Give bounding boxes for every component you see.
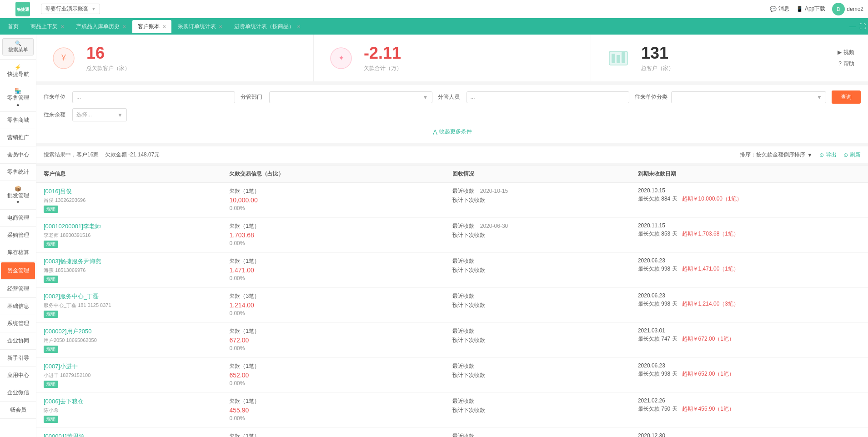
help-btn[interactable]: ? 帮助 (838, 60, 854, 68)
debt-amount-5[interactable]: 652.00 (229, 372, 452, 379)
balance-input[interactable]: 选择... ▼ (72, 108, 127, 121)
date-info-7: 2020.12.30 最长欠款 808 天 超期￥429.00（1笔） (638, 432, 861, 437)
customer-info-6: [0006]去下粮仓 陈小希 现销 (44, 397, 229, 423)
message-btn[interactable]: 💬 消息 (770, 5, 789, 13)
unit-category-input[interactable]: ▼ (671, 91, 826, 103)
customer-tag-1: 现销 (44, 241, 58, 248)
search-menu-btn[interactable]: 🔍 搜索菜单 (2, 38, 34, 55)
overdue-link-6[interactable]: 超期￥455.90（1笔） (682, 406, 734, 412)
sidebar-item-system[interactable]: 系统管理 (0, 315, 36, 332)
stat-card-debt-customers: ¥ 16 总欠款客户（家） (36, 35, 314, 81)
customer-name-0[interactable]: [0016]吕俊 (44, 187, 229, 196)
tab-purchase-order[interactable]: 采购订单统计表 ✕ (172, 20, 228, 33)
sidebar-item-marketing[interactable]: 营销推广 (0, 129, 36, 146)
sidebar-item-ecommerce[interactable]: 电商管理 (0, 210, 36, 227)
sidebar-item-app-center[interactable]: 应用中心 (0, 367, 36, 384)
user-area[interactable]: D demo2 (832, 3, 863, 15)
avatar: D (832, 3, 845, 15)
sort-select[interactable]: 排序：按欠款金额倒序排序 ▼ (740, 151, 813, 159)
sidebar-item-business[interactable]: 经营管理 (0, 281, 36, 298)
customer-contact-5: 小进干 18279152100 (44, 372, 229, 379)
debt-info-1: 欠款（1笔） 1,703.68 0.00% (229, 222, 452, 246)
sidebar-item-retail-mgmt[interactable]: 🏪 零售管理 ▲ (0, 83, 36, 112)
stat-info-total-debt: -2.11 欠款合计（万） (364, 44, 402, 72)
overdue-link-0[interactable]: 超期￥10,000.00（1笔） (682, 196, 742, 202)
recovery-info-2: 最近收款 预计下次收款 (452, 257, 638, 276)
sidebar-item-enterprise-wechat[interactable]: 企业微信 (0, 384, 36, 402)
minimize-btn[interactable]: — (849, 23, 856, 30)
overdue-link-4[interactable]: 超期￥672.00（1笔） (682, 336, 734, 342)
company-selector[interactable]: 母婴行业演示账套 ▼ (41, 4, 100, 14)
top-nav: 母婴行业演示账套 ▼ (41, 4, 770, 14)
dept-input[interactable]: ▼ (269, 91, 432, 103)
sidebar-item-enterprise-coop[interactable]: 企业协同 (0, 332, 36, 350)
export-btn[interactable]: ⊙ 导出 (819, 151, 837, 159)
sidebar-item-capital[interactable]: 资金管理 (1, 262, 35, 280)
debt-amount-1[interactable]: 1,703.68 (229, 231, 452, 239)
sidebar-item-inventory[interactable]: 库存核算 (0, 244, 36, 261)
table-row: [0006]去下粮仓 陈小希 现销 欠款（1笔） 455.90 0.00% 最近… (36, 393, 868, 428)
last-payment-5: 最近收款 (452, 362, 638, 370)
sidebar-item-member[interactable]: 会员中心 (0, 146, 36, 164)
debt-count-5: 欠款（1笔） (229, 362, 452, 370)
debt-amount-6[interactable]: 455.90 (229, 407, 452, 414)
collapse-btn[interactable]: ⋀ 收起更多条件 (431, 126, 474, 137)
date-info-1: 2020.11.15 最长欠款 853 天 超期￥1,703.68（1笔） (638, 222, 861, 239)
refresh-btn[interactable]: ⊙ 刷新 (843, 151, 861, 159)
tab-purchase-stats[interactable]: 进货单统计表（按商品） ✕ (229, 20, 306, 33)
customer-name-5[interactable]: [0007]小进干 (44, 362, 229, 371)
sidebar-item-retail-mall[interactable]: 零售商城 (0, 112, 36, 129)
video-btn[interactable]: ▶ 视频 (838, 49, 854, 56)
debt-percent-2: 0.00% (229, 275, 452, 281)
sidebar-item-batch-mgmt[interactable]: 📦 批发管理 ▼ (0, 181, 36, 210)
due-date-2: 2020.06.23 (638, 257, 861, 264)
debt-amount-0[interactable]: 10,000.00 (229, 196, 452, 204)
sidebar-item-basic-info[interactable]: 基础信息 (0, 298, 36, 315)
debt-percent-6: 0.00% (229, 415, 452, 422)
debt-amount-3[interactable]: 1,214.00 (229, 301, 452, 309)
svg-text:✦: ✦ (338, 54, 344, 62)
customer-name-2[interactable]: [0003]畅捷服务尹海燕 (44, 257, 229, 266)
customer-name-4[interactable]: [000002]用户2050 (44, 327, 229, 336)
tab-close-product-history[interactable]: ✕ (122, 24, 126, 29)
overdue-link-5[interactable]: 超期￥652.00（1笔） (682, 371, 734, 377)
overdue-link-1[interactable]: 超期￥1,703.68（1笔） (682, 231, 739, 237)
app-download-btn[interactable]: 📱 App下载 (796, 5, 825, 13)
tab-product-offline[interactable]: 商品上下架 ✕ (25, 20, 70, 33)
tab-close-customer-account[interactable]: ✕ (162, 24, 166, 29)
customer-name-3[interactable]: [0002]服务中心_丁磊 (44, 292, 229, 301)
total-debt-icon: ✦ (327, 45, 355, 72)
debt-amount-2[interactable]: 1,471.00 (229, 266, 452, 274)
sidebar-item-new-guide[interactable]: 新手引导 (0, 350, 36, 367)
debt-amount-4[interactable]: 672.00 (229, 337, 452, 344)
tab-product-history[interactable]: 产成品入库单历史 ✕ (70, 20, 131, 33)
tab-customer-account[interactable]: 客户账本 ✕ (132, 20, 171, 33)
sidebar-item-retail-stats[interactable]: 零售统计 (0, 164, 36, 181)
overdue-link-3[interactable]: 超期￥1,214.00（3笔） (682, 301, 739, 307)
sidebar-item-vip[interactable]: 畅会员 (0, 402, 36, 419)
debt-count-2: 欠款（1笔） (229, 257, 452, 265)
from-unit-input[interactable]: ... (72, 91, 235, 103)
last-payment-0: 最近收款 2020-10-15 (452, 187, 638, 195)
tab-close-product-offline[interactable]: ✕ (60, 24, 64, 29)
query-btn[interactable]: 查询 (832, 90, 861, 104)
sidebar-search-area: 🔍 搜索菜单 (0, 35, 36, 60)
due-date-0: 2020.10.15 (638, 187, 861, 194)
sidebar-item-purchase[interactable]: 采购管理 (0, 227, 36, 244)
sidebar-item-quick-nav[interactable]: ⚡ 快捷导航 (0, 60, 36, 83)
customer-name-1[interactable]: [00010200001]李老师 (44, 222, 229, 231)
maximize-btn[interactable]: ⛶ (859, 23, 866, 30)
customer-tag-3: 现销 (44, 311, 58, 318)
tab-close-purchase-order[interactable]: ✕ (219, 24, 222, 29)
due-date-7: 2020.12.30 (638, 432, 861, 437)
stat-card-actions: ▶ 视频 ? 帮助 (838, 49, 854, 68)
tab-close-purchase-stats[interactable]: ✕ (297, 24, 301, 29)
tab-home[interactable]: 首页 (2, 20, 24, 33)
customer-name-6[interactable]: [0006]去下粮仓 (44, 397, 229, 406)
chevron-up-icon: ⋀ (433, 129, 437, 135)
customer-name-7[interactable]: [000001]黄思源 (44, 432, 229, 437)
person-input[interactable]: ... (467, 91, 629, 103)
header-customer: 客户信息 (44, 170, 229, 178)
debt-percent-4: 0.00% (229, 345, 452, 352)
overdue-link-2[interactable]: 超期￥1,471.00（1笔） (682, 266, 739, 272)
